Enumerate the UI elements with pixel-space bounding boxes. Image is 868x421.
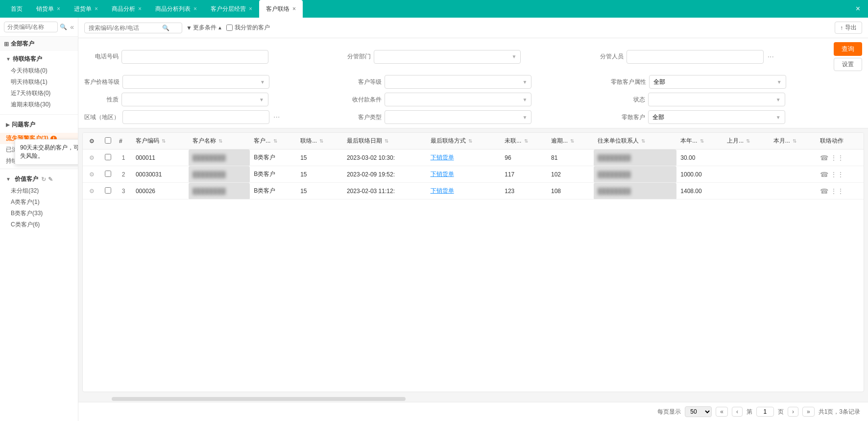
sidebar-item-tomorrow[interactable]: 明天待联络(1) — [0, 76, 78, 88]
filter-person-select[interactable] — [627, 50, 764, 64]
refresh-icon[interactable]: ↻ — [41, 176, 46, 183]
chevron-down-icon-type: ▼ — [522, 115, 527, 120]
tab-analysis-list[interactable]: 商品分析列表 × — [148, 0, 204, 18]
scroll-thumb[interactable] — [112, 397, 406, 401]
edit-icon[interactable]: ✎ — [48, 176, 53, 183]
page-size-select[interactable]: 50 100 200 — [685, 406, 712, 417]
filter-retail-customer: 零散客户 全部 ▼ — [611, 110, 862, 124]
horizontal-scrollbar[interactable] — [82, 396, 864, 402]
more-conditions-button[interactable]: ▼ 更多条件 ▲ — [186, 24, 222, 32]
filter-customer-type: 客户类型 ▼ — [347, 110, 599, 124]
close-tab-purchase[interactable]: × — [95, 5, 98, 12]
filter-customer-level-select[interactable]: ▼ — [385, 75, 531, 89]
settings-button[interactable]: 设置 — [834, 58, 862, 71]
filter-retail-select[interactable]: 全部 ▼ — [648, 110, 785, 124]
export-button[interactable]: ↑ 导出 — [835, 22, 862, 34]
sidebar-group-value-title[interactable]: ▼ 价值客户 ↻ ✎ — [0, 173, 78, 185]
close-tab-customer-tier[interactable]: × — [249, 5, 252, 12]
filter-status-select[interactable]: ▼ — [648, 93, 785, 106]
cell-this-year: 30.00 — [676, 149, 723, 166]
col-not-contacted[interactable]: 未联... ⇅ — [501, 133, 547, 149]
cell-last-contact-method[interactable]: 下销货单 — [427, 166, 501, 183]
page-number-input[interactable] — [756, 407, 774, 417]
toolbar-search-box[interactable]: 🔍 — [84, 23, 182, 33]
next-page-button[interactable]: › — [788, 407, 798, 417]
sidebar-item-class-c[interactable]: C类客户(6) — [0, 219, 78, 230]
divider-1 — [0, 114, 78, 115]
action-icon-more[interactable]: ⋮⋮ — [830, 171, 844, 178]
close-tab-analysis[interactable]: × — [138, 5, 142, 12]
cell-actions[interactable]: ☎ ⋮⋮ — [816, 166, 864, 183]
action-icon-more[interactable]: ⋮⋮ — [830, 154, 844, 162]
tab-analysis[interactable]: 商品分析 × — [105, 0, 148, 18]
action-icon-more[interactable]: ⋮⋮ — [830, 187, 844, 195]
my-customers-checkbox[interactable]: 我分管的客户 — [226, 24, 270, 32]
filter-price-tier-select[interactable]: ▼ — [122, 75, 269, 89]
sidebar-group-pending-title[interactable]: ▼ 待联络客户 — [0, 53, 78, 65]
col-type[interactable]: 客户... ⇅ — [250, 133, 296, 149]
toolbar-search-icon[interactable]: 🔍 — [162, 25, 169, 31]
action-icon-phone[interactable]: ☎ — [820, 187, 828, 195]
sidebar-collapse-button[interactable]: « — [70, 23, 74, 31]
sidebar-search-icon[interactable]: 🔍 — [60, 24, 67, 30]
cell-actions[interactable]: ☎ ⋮⋮ — [816, 149, 864, 166]
more-options-person[interactable]: ··· — [764, 52, 778, 61]
cell-last-contact-method[interactable]: 下销货单 — [427, 149, 501, 166]
tab-home[interactable]: 首页 — [4, 0, 29, 18]
col-settings[interactable]: ⚙ — [83, 133, 100, 149]
my-customers-check[interactable] — [226, 25, 233, 31]
close-tab-customer-contact[interactable]: × — [292, 5, 296, 12]
col-this-month[interactable]: 本月... ⇅ — [770, 133, 816, 149]
col-last-month[interactable]: 上月... ⇅ — [723, 133, 770, 149]
action-icon-phone[interactable]: ☎ — [820, 171, 828, 178]
col-checkbox[interactable] — [100, 133, 115, 149]
sidebar-all-customers[interactable]: ⊞ 全部客户 — [0, 37, 78, 51]
cell-code: 000026 — [132, 183, 189, 199]
more-options-region[interactable]: ··· — [269, 113, 284, 122]
filter-region-select[interactable] — [122, 110, 269, 124]
filter-dept-select[interactable]: ▼ — [374, 50, 521, 64]
toolbar-search-input[interactable] — [89, 25, 162, 31]
sidebar-item-class-b[interactable]: B类客户(33) — [0, 208, 78, 219]
close-tab-analysis-list[interactable]: × — [193, 5, 197, 12]
query-button[interactable]: 查询 — [834, 42, 862, 56]
close-tab-sales[interactable]: × — [57, 5, 60, 12]
cell-checkbox[interactable] — [100, 166, 115, 183]
cell-checkbox[interactable] — [100, 149, 115, 166]
col-name[interactable]: 客户名称 ⇅ — [189, 133, 250, 149]
sidebar-item-class-a[interactable]: A类客户(1) — [0, 197, 78, 208]
col-overdue[interactable]: 逾期... ⇅ — [547, 133, 594, 149]
col-code[interactable]: 客户编码 ⇅ — [132, 133, 189, 149]
sidebar-search-input[interactable] — [4, 22, 58, 32]
select-all-checkbox[interactable] — [105, 137, 111, 144]
toolbar: 🔍 ▼ 更多条件 ▲ 我分管的客户 ↑ 导出 — [78, 18, 868, 38]
sidebar-item-ungroup[interactable]: 未分组(32) — [0, 185, 78, 197]
prev-page-button[interactable]: ‹ — [732, 407, 743, 417]
first-page-button[interactable]: « — [716, 407, 728, 417]
filter-phone-input[interactable] — [121, 50, 268, 64]
col-last-contact-date[interactable]: 最后联络日期 ⇅ — [343, 133, 427, 149]
filter-payment-select[interactable]: ▼ — [385, 93, 531, 106]
col-last-contact-method[interactable]: 最后联络方式 ⇅ — [427, 133, 501, 149]
cell-actions[interactable]: ☎ ⋮⋮ — [816, 183, 864, 199]
cell-last-contact-method[interactable]: 下销货单 — [427, 183, 501, 199]
action-icon-phone[interactable]: ☎ — [820, 154, 828, 162]
tab-sales[interactable]: 销货单 × — [29, 0, 67, 18]
cell-last-month — [723, 166, 770, 183]
last-page-button[interactable]: » — [802, 407, 815, 417]
filter-gender-select[interactable]: ▼ — [121, 93, 268, 106]
tab-customer-contact[interactable]: 客户联络 × — [259, 0, 303, 18]
tab-purchase[interactable]: 进货单 × — [67, 0, 105, 18]
col-this-year[interactable]: 本年... ⇅ — [676, 133, 723, 149]
col-contacts[interactable]: 联络... ⇅ — [296, 133, 343, 149]
filter-customer-type-select[interactable]: ▼ — [385, 110, 531, 124]
sidebar-item-overdue[interactable]: 逾期未联络(30) — [0, 99, 78, 110]
col-unit-contacts[interactable]: 往来单位联系人 ⇅ — [594, 133, 677, 149]
tab-customer-tier[interactable]: 客户分层经营 × — [204, 0, 259, 18]
sidebar-item-7days[interactable]: 近7天待联络(0) — [0, 88, 78, 99]
window-close-button[interactable]: × — [852, 4, 864, 13]
sidebar-group-problem-title[interactable]: ▶ 问题客户 — [0, 119, 78, 131]
filter-credit-attr-select[interactable]: 全部 ▼ — [649, 75, 786, 89]
sidebar-item-today[interactable]: 今天待联络(0) — [0, 65, 78, 76]
cell-checkbox[interactable] — [100, 183, 115, 199]
